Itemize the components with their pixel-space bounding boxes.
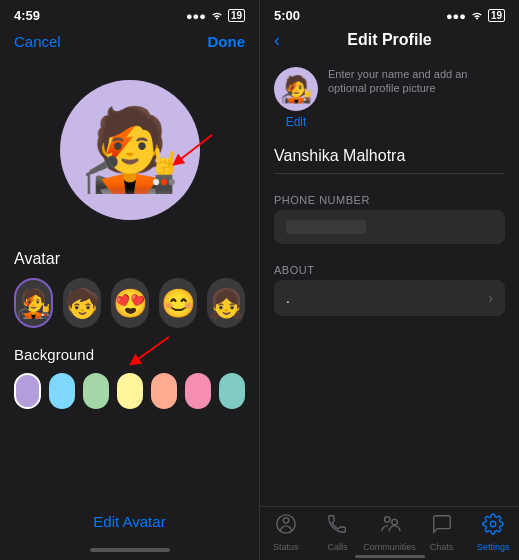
avatar-option-1[interactable]: 🧑‍🎤 bbox=[14, 278, 53, 328]
about-arrow-icon: › bbox=[488, 290, 493, 306]
name-section: Vanshika Malhotra bbox=[260, 143, 519, 184]
battery-icon: 19 bbox=[228, 9, 245, 22]
background-colors bbox=[0, 373, 259, 409]
background-section: Background bbox=[0, 342, 259, 373]
bg-color-blue[interactable] bbox=[49, 373, 75, 409]
bg-color-teal[interactable] bbox=[219, 373, 245, 409]
page-title: Edit Profile bbox=[347, 31, 431, 49]
back-button[interactable]: ‹ bbox=[274, 30, 280, 51]
avatar-option-5[interactable]: 👧 bbox=[207, 278, 245, 328]
nav-item-status[interactable]: Status bbox=[260, 513, 312, 552]
avatar-option-4[interactable]: 😊 bbox=[159, 278, 197, 328]
bg-color-green[interactable] bbox=[83, 373, 109, 409]
done-button[interactable]: Done bbox=[208, 33, 246, 50]
settings-icon bbox=[482, 513, 504, 540]
nav-label-communities: Communities bbox=[363, 542, 416, 552]
bg-arrow-overlay bbox=[119, 332, 179, 372]
bottom-nav: Status Calls Communities bbox=[260, 506, 519, 560]
time-right: 5:00 bbox=[274, 8, 300, 23]
avatar-display: 🧑‍🎤 bbox=[0, 60, 259, 250]
profile-hint: Enter your name and add an optional prof… bbox=[328, 67, 505, 96]
nav-item-communities[interactable]: Communities bbox=[363, 513, 416, 552]
home-indicator-left bbox=[90, 548, 170, 552]
top-bar-right: ‹ Edit Profile bbox=[260, 27, 519, 59]
nav-label-settings: Settings bbox=[477, 542, 510, 552]
nav-label-chats: Chats bbox=[430, 542, 454, 552]
wifi-icon-right bbox=[470, 9, 484, 23]
phone-number-value bbox=[286, 220, 366, 234]
top-bar-left: Cancel Done bbox=[0, 27, 259, 60]
calls-icon bbox=[326, 513, 348, 540]
profile-avatar-small[interactable]: 🧑‍🎤 bbox=[274, 67, 318, 111]
phone-number-label: PHONE NUMBER bbox=[260, 184, 519, 210]
about-field[interactable]: . › bbox=[274, 280, 505, 316]
status-icon bbox=[275, 513, 297, 540]
edit-photo-link[interactable]: Edit bbox=[286, 115, 307, 129]
status-icons-left: ●●● 19 bbox=[186, 9, 245, 23]
bg-color-yellow[interactable] bbox=[117, 373, 143, 409]
nav-label-calls: Calls bbox=[327, 542, 347, 552]
phone-number-field[interactable] bbox=[274, 210, 505, 244]
chats-icon bbox=[431, 513, 453, 540]
cancel-button[interactable]: Cancel bbox=[14, 33, 61, 50]
svg-line-0 bbox=[177, 135, 212, 162]
svg-line-1 bbox=[134, 337, 169, 362]
nav-item-calls[interactable]: Calls bbox=[312, 513, 364, 552]
svg-point-3 bbox=[283, 518, 289, 524]
name-value[interactable]: Vanshika Malhotra bbox=[274, 147, 505, 174]
bg-color-pink[interactable] bbox=[185, 373, 211, 409]
wifi-icon bbox=[210, 9, 224, 23]
profile-section: 🧑‍🎤 Edit Enter your name and add an opti… bbox=[260, 59, 519, 143]
left-panel: 4:59 ●●● 19 Cancel Done 🧑‍🎤 bbox=[0, 0, 259, 560]
edit-avatar-button[interactable]: Edit Avatar bbox=[93, 513, 165, 530]
bg-color-orange[interactable] bbox=[151, 373, 177, 409]
arrow-overlay bbox=[167, 130, 217, 170]
avatar-option-2[interactable]: 🧒 bbox=[63, 278, 101, 328]
status-bar-right: 5:00 ●●● 19 bbox=[260, 0, 519, 27]
svg-point-6 bbox=[490, 521, 496, 527]
about-value: . bbox=[286, 290, 290, 306]
home-indicator-right bbox=[355, 555, 425, 558]
avatar-label: Avatar bbox=[0, 250, 259, 278]
time-left: 4:59 bbox=[14, 8, 40, 23]
signal-icon-right: ●●● bbox=[446, 10, 466, 22]
nav-item-settings[interactable]: Settings bbox=[467, 513, 519, 552]
status-bar-left: 4:59 ●●● 19 bbox=[0, 0, 259, 27]
nav-item-chats[interactable]: Chats bbox=[416, 513, 468, 552]
about-label: ABOUT bbox=[260, 254, 519, 280]
communities-icon bbox=[379, 513, 401, 540]
nav-label-status: Status bbox=[273, 542, 299, 552]
avatar-emoji: 🧑‍🎤 bbox=[80, 110, 180, 190]
right-panel: 5:00 ●●● 19 ‹ Edit Profile 🧑‍🎤 Edit Ente… bbox=[260, 0, 519, 560]
bg-color-purple[interactable] bbox=[14, 373, 41, 409]
status-icons-right: ●●● 19 bbox=[446, 9, 505, 23]
signal-icon: ●●● bbox=[186, 10, 206, 22]
avatar-option-3[interactable]: 😍 bbox=[111, 278, 149, 328]
svg-point-5 bbox=[391, 519, 397, 525]
profile-info: Enter your name and add an optional prof… bbox=[328, 67, 505, 96]
svg-point-4 bbox=[384, 517, 390, 523]
battery-icon-right: 19 bbox=[488, 9, 505, 22]
